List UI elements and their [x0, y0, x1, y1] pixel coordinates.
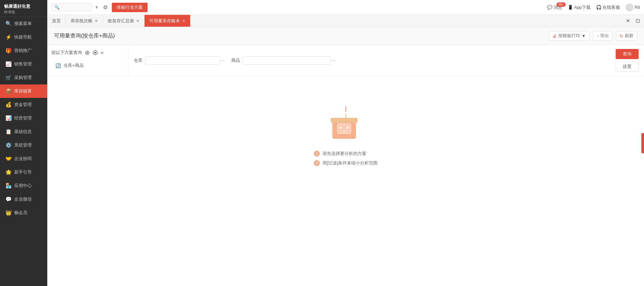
- tab-receipt-summary[interactable]: 收发存汇总表 ✕: [103, 15, 145, 27]
- sidebar-label-wechat: 企业微信: [14, 196, 32, 202]
- store-icon: 🏪: [5, 183, 11, 189]
- svg-point-0: [95, 52, 96, 54]
- sidebar-item-inventory[interactable]: 📦 库存核算: [0, 84, 47, 98]
- query-settings-button[interactable]: [93, 50, 98, 55]
- sidebar-item-newbie[interactable]: 🌟 新手引导: [0, 165, 47, 179]
- message-button[interactable]: 💬 消息 99+: [547, 4, 562, 10]
- page-title: 可用量查询(按仓库+商品): [54, 32, 115, 40]
- topbar-gear-icon[interactable]: ⚙: [102, 3, 109, 12]
- sidebar-item-member[interactable]: 👑 畅会员: [0, 206, 47, 219]
- sidebar-label-appcenter: 应用中心: [14, 183, 32, 189]
- print-label: 按模板打印: [558, 33, 580, 39]
- wechat-icon: 💬: [5, 196, 11, 202]
- tab-home-label: 首页: [52, 18, 61, 24]
- search-input[interactable]: [61, 5, 88, 10]
- svg-rect-2: [331, 118, 358, 123]
- search-chevron-icon[interactable]: ▼: [95, 5, 99, 10]
- sidebar-item-system[interactable]: ⚙️ 系统管理: [0, 138, 47, 152]
- gear-icon: ⚙️: [5, 142, 11, 148]
- print-chevron-icon: ▼: [582, 33, 586, 38]
- sidebar-item-sales[interactable]: 📈 销售管理: [0, 57, 47, 71]
- app-download-button[interactable]: 📱 App下载: [568, 4, 591, 10]
- online-cs-label: 在线客服: [602, 4, 620, 10]
- lightning-icon: ⚡: [5, 34, 11, 40]
- sidebar-label-inventory: 库存核算: [14, 88, 32, 94]
- print-template-button[interactable]: 🖨 按模板打印 ▼: [549, 31, 590, 41]
- trial-button[interactable]: 体验行业方案: [112, 3, 148, 12]
- goods-input[interactable]: [243, 56, 331, 65]
- scheme-item-warehouse-goods[interactable]: 🔄 仓库+商品: [51, 60, 128, 71]
- tab-receipt-label: 收发存汇总表: [108, 18, 134, 24]
- refresh-button[interactable]: ↻ 刷新: [616, 31, 637, 41]
- collapse-button[interactable]: «: [101, 50, 104, 56]
- scheme-icon: 🔄: [55, 63, 61, 68]
- search-box[interactable]: 🔍: [51, 3, 92, 11]
- gift-icon: 🎁: [5, 48, 11, 54]
- tab-batch-account[interactable]: 库存批次账 ✕: [66, 15, 103, 27]
- user-name: Rit: [635, 5, 640, 10]
- settings-button[interactable]: 设置: [616, 61, 639, 72]
- hint-item-2: 2 用[过滤]条件来缩小分析范围: [314, 160, 378, 166]
- money-icon: 💰: [5, 102, 11, 108]
- sidebar-label-system: 系统管理: [14, 142, 32, 148]
- query-header: 按以下方案查询 ⊕ «: [51, 49, 128, 56]
- box-icon: 📦: [5, 88, 11, 94]
- hint-text-2: 用[过滤]条件来缩小分析范围: [323, 160, 378, 166]
- sidebar-item-wechat[interactable]: 💬 企业微信: [0, 192, 47, 206]
- warehouse-more-button[interactable]: ···: [220, 57, 225, 63]
- search-icon: 🔍: [54, 5, 60, 10]
- user-info[interactable]: Rit: [625, 3, 640, 11]
- sidebar-item-appcenter[interactable]: 🏪 应用中心: [0, 179, 47, 192]
- sidebar-item-search[interactable]: 🔍 搜索菜单: [0, 17, 47, 30]
- chart-icon: 📈: [5, 61, 11, 67]
- tab-available-account[interactable]: 可用量库存账本 ✕: [145, 15, 190, 27]
- export-button[interactable]: ↑ 导出: [593, 31, 613, 41]
- tab-close-all-button[interactable]: ✕: [623, 16, 633, 26]
- message-badge: 99+: [557, 2, 566, 7]
- tab-home[interactable]: 首页: [47, 15, 66, 27]
- hint-num-2: 2: [314, 160, 320, 166]
- sidebar-item-quicknav[interactable]: ⚡ 快捷导航: [0, 30, 47, 44]
- sidebar-item-operations[interactable]: 📊 经营管理: [0, 111, 47, 125]
- sidebar-label-sales: 销售管理: [14, 61, 32, 67]
- sidebar-item-marketing[interactable]: 🎁 营销推广: [0, 44, 47, 57]
- star-icon: 🌟: [5, 169, 11, 175]
- goods-more-button[interactable]: ···: [331, 57, 336, 63]
- sidebar-label-member: 畅会员: [14, 210, 27, 216]
- sidebar-label-enterprise: 企业协同: [14, 156, 32, 162]
- warehouse-input[interactable]: [145, 56, 220, 65]
- sidebar-menu: 🔍 搜索菜单 ⚡ 快捷导航 🎁 营销推广 📈 销售管理 🛒 采购管理 📦: [0, 17, 47, 286]
- printer-icon: 🖨: [552, 33, 557, 38]
- logo-sub: 标准版: [4, 9, 43, 15]
- sidebar-item-purchase[interactable]: 🛒 采购管理: [0, 71, 47, 84]
- goods-filter-group: 商品 ···: [231, 56, 336, 65]
- tab-batch-close-icon[interactable]: ✕: [95, 19, 98, 23]
- sidebar-label-newbie: 新手引导: [14, 169, 32, 175]
- logo-title: 畅康通好生意: [4, 3, 43, 9]
- sidebar-item-funds[interactable]: 💰 资金管理: [0, 98, 47, 111]
- sidebar-label-quicknav: 快捷导航: [14, 34, 32, 40]
- tab-expand-button[interactable]: ⊡: [633, 16, 643, 26]
- tab-receipt-close-icon[interactable]: ✕: [136, 19, 139, 23]
- page-content: 可用量查询(按仓库+商品) 🖨 按模板打印 ▼ ↑ 导出 ↻ 刷新: [47, 27, 644, 286]
- cart-icon: 🛒: [5, 75, 11, 81]
- sidebar-item-enterprise[interactable]: 🤝 企业协同: [0, 152, 47, 165]
- basic-icon: 📋: [5, 129, 11, 135]
- tabbar: 首页 库存批次账 ✕ 收发存汇总表 ✕ 可用量库存账本 ✕ ✕ ⊡: [47, 15, 644, 27]
- sidebar-label-marketing: 营销推广: [14, 48, 32, 54]
- tab-available-label: 可用量库存账本: [149, 18, 180, 24]
- refresh-label: 刷新: [625, 33, 634, 39]
- right-scroll-handle[interactable]: [641, 133, 644, 153]
- user-avatar: [625, 3, 634, 11]
- sidebar-label-basic: 基础信息: [14, 129, 32, 135]
- query-add-button[interactable]: ⊕: [85, 49, 90, 56]
- headset-icon: 🎧: [596, 5, 601, 10]
- search-icon: 🔍: [5, 21, 11, 27]
- empty-illustration: [326, 103, 366, 144]
- online-cs-button[interactable]: 🎧 在线客服: [596, 4, 620, 10]
- sidebar-item-basic[interactable]: 📋 基础信息: [0, 125, 47, 138]
- enterprise-icon: 🤝: [5, 156, 11, 162]
- tab-available-close-icon[interactable]: ✕: [182, 19, 185, 23]
- query-button[interactable]: 查询: [616, 49, 639, 59]
- export-label: 导出: [600, 33, 609, 39]
